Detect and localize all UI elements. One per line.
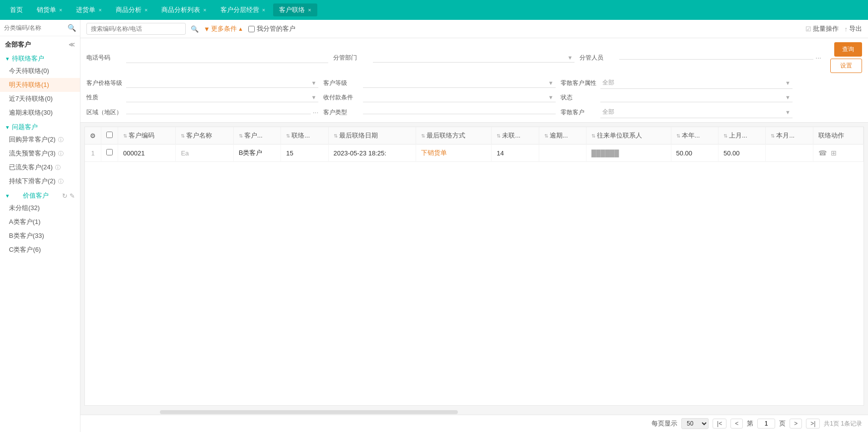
prev-page-button[interactable]: < (730, 419, 743, 429)
filter-customer-type: 客户类型 (323, 108, 555, 117)
sidebar-item-b-class[interactable]: B类客户(33) (0, 229, 80, 243)
sidebar-item-declining[interactable]: 持续下滑客户(2) ⓘ (0, 174, 80, 188)
edit-icon[interactable]: ✎ (70, 192, 75, 200)
advanced-filter-panel: 电话号码 分管部门 ▼ 分管人员 ··· (80, 38, 868, 123)
nav-home[interactable]: 首页 (4, 3, 29, 16)
sidebar-problem-group[interactable]: 问题客户 (0, 120, 80, 133)
phone-action-icon[interactable]: ☎ (818, 149, 827, 157)
manager-dots[interactable]: ··· (815, 54, 821, 62)
col-last-month[interactable]: 上月... (718, 127, 765, 144)
sidebar-search-icon[interactable]: 🔍 (68, 24, 76, 32)
per-page-select[interactable]: 50 100 200 (681, 418, 709, 429)
region-select[interactable] (126, 111, 311, 114)
col-contacts[interactable]: 联络... (281, 127, 328, 144)
sidebar-item-a-class[interactable]: A类客户(1) (0, 215, 80, 229)
sidebar-value-group[interactable]: 价值客户 ↻ ✎ (0, 188, 80, 201)
col-last-method[interactable]: 最后联络方式 (416, 127, 491, 144)
filter-bar: 🔍 ▼ 更多条件 ▲ 我分管的客户 ☑ 批量操作 ↑ 导出 (80, 20, 868, 38)
sidebar-item-churned[interactable]: 已流失客户(24) ⓘ (0, 160, 80, 174)
horizontal-scrollbar[interactable] (80, 410, 868, 415)
customer-type-select[interactable] (363, 111, 555, 114)
col-uncontacted[interactable]: 未联... (492, 127, 539, 144)
sidebar-pending-group[interactable]: 待联络客户 (0, 51, 80, 64)
nature-select[interactable]: ▼ (126, 93, 318, 102)
filter-scatter-customer: 零散客户 全部 ▼ (561, 106, 793, 118)
close-purchase-icon[interactable]: × (98, 7, 101, 13)
col-contact-person[interactable]: 往来单位联系人 (586, 127, 671, 144)
close-product-list-icon[interactable]: × (203, 7, 206, 13)
row-checkbox[interactable] (101, 144, 118, 162)
col-name[interactable]: 客户名称 (176, 127, 233, 144)
col-last-date[interactable]: 最后联络日期 (328, 127, 416, 144)
batch-op-button[interactable]: ☑ 批量操作 (805, 24, 839, 33)
col-settings[interactable]: ⚙ (85, 127, 101, 144)
sidebar-collapse-icon[interactable]: ≪ (69, 41, 75, 48)
col-overdue[interactable]: 逾期... (539, 127, 586, 144)
sidebar-item-repurchase-anomaly[interactable]: 回购异常客户(2) ⓘ (0, 133, 80, 146)
phone-input[interactable] (126, 53, 328, 63)
scrollbar-thumb[interactable] (160, 410, 458, 414)
scatter-attr-select[interactable]: 全部 ▼ (600, 77, 793, 89)
close-sales-icon[interactable]: × (59, 7, 62, 13)
status-select[interactable]: ▼ (600, 93, 793, 102)
payment-terms-select[interactable]: ▼ (363, 93, 555, 102)
settings-gear-icon[interactable]: ⚙ (90, 132, 96, 140)
sidebar-search: 🔍 (0, 20, 80, 36)
sidebar-search-input[interactable] (4, 24, 68, 31)
next-page-button[interactable]: > (790, 419, 802, 429)
nav-customer-layered[interactable]: 客户分层经营 × (215, 3, 271, 16)
sidebar-item-ungrouped[interactable]: 未分组(32) (0, 201, 80, 215)
col-this-month[interactable]: 本月... (766, 127, 813, 144)
filter-status: 状态 ▼ (561, 93, 793, 102)
grid-action-icon[interactable]: ⊞ (831, 149, 837, 157)
filter-row-4: 区域（地区） ··· 客户类型 零散客户 全部 ▼ (86, 106, 862, 118)
last-page-button[interactable]: >| (806, 419, 820, 429)
nav-purchase[interactable]: 进货单 × (70, 3, 107, 16)
nav-product-analysis[interactable]: 商品分析 × (110, 3, 153, 16)
col-checkbox[interactable] (101, 127, 118, 144)
sidebar-item-overdue-pending[interactable]: 逾期未联络(30) (0, 106, 80, 120)
filter-row-1: 电话号码 分管部门 ▼ 分管人员 ··· (86, 42, 862, 73)
sidebar-all-customers-header: 全部客户 ≪ (0, 36, 80, 51)
page-number-input[interactable] (757, 419, 775, 429)
row-index: 1 (85, 144, 101, 162)
filter-search-icon[interactable]: 🔍 (191, 25, 199, 33)
nav-sales[interactable]: 销货单 × (31, 3, 68, 16)
close-customer-layered-icon[interactable]: × (262, 7, 265, 13)
close-product-analysis-icon[interactable]: × (145, 7, 147, 13)
manager-select[interactable] (619, 56, 813, 60)
settings-button[interactable]: 设置 (830, 59, 862, 73)
row-uncontacted: 14 (492, 144, 539, 162)
first-page-button[interactable]: |< (713, 419, 726, 429)
sidebar-item-tomorrow-pending[interactable]: 明天待联络(1) (0, 78, 80, 92)
my-customers-checkbox[interactable] (248, 26, 255, 32)
row-this-year: 50.00 (671, 144, 718, 162)
customer-table: ⚙ 客户编码 客户名称 客户... 联络... 最后联络日期 最后联络方式 未联… (85, 127, 864, 162)
filter-region: 区域（地区） ··· (86, 108, 318, 117)
region-dots[interactable]: ··· (313, 108, 319, 116)
sidebar-item-today-pending[interactable]: 今天待联络(0) (0, 64, 80, 78)
col-this-year[interactable]: 本年... (671, 127, 718, 144)
nav-customer-contact[interactable]: 客户联络 × (273, 3, 317, 16)
filter-phone: 电话号码 (86, 53, 328, 63)
query-button[interactable]: 查询 (834, 42, 862, 57)
sidebar-item-7day-pending[interactable]: 近7天待联络(0) (0, 92, 80, 106)
checkbox-icon: ☑ (805, 25, 811, 33)
scatter-customer-select[interactable]: 全部 ▼ (600, 106, 793, 118)
col-code[interactable]: 客户编码 (118, 127, 176, 144)
dept-select[interactable]: ▼ (373, 53, 575, 63)
page-label: 第 (747, 419, 753, 428)
nav-product-analysis-list[interactable]: 商品分析列表 × (155, 3, 212, 16)
col-type[interactable]: 客户... (233, 127, 281, 144)
export-button[interactable]: ↑ 导出 (845, 24, 863, 33)
sidebar-item-churn-warning[interactable]: 流失预警客户(3) ⓘ (0, 146, 80, 160)
top-nav: 首页 销货单 × 进货单 × 商品分析 × 商品分析列表 × 客户分层经营 × … (0, 0, 868, 20)
close-customer-contact-icon[interactable]: × (308, 7, 311, 13)
customer-level-select[interactable]: ▼ (363, 78, 555, 88)
sidebar-item-c-class[interactable]: C类客户(6) (0, 243, 80, 257)
price-level-select[interactable]: ▼ (126, 78, 318, 88)
select-all-checkbox[interactable] (106, 132, 113, 138)
more-conditions-button[interactable]: ▼ 更多条件 ▲ (204, 24, 243, 33)
filter-search-input[interactable] (86, 23, 186, 35)
refresh-icon[interactable]: ↻ (62, 192, 68, 200)
